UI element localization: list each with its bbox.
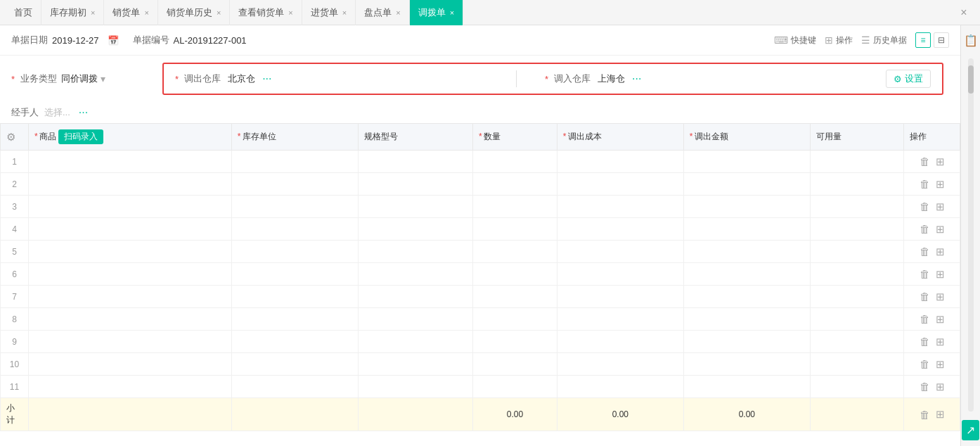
tab-sales-order[interactable]: 销货单 × — [104, 0, 157, 25]
layout-icon-grid[interactable]: ⊟ — [934, 32, 949, 48]
scrollbar-track[interactable] — [968, 58, 974, 412]
row-10-unit[interactable] — [231, 353, 358, 376]
row-8-qty[interactable] — [473, 308, 557, 331]
tab-close-inventory[interactable]: × — [396, 8, 400, 17]
row-9-product[interactable] — [29, 331, 232, 353]
row-1-unit[interactable] — [231, 151, 358, 173]
row-3-product[interactable] — [29, 196, 232, 218]
row-1-available[interactable] — [810, 151, 903, 173]
row-5-unit[interactable] — [231, 241, 358, 263]
row-4-qty[interactable] — [473, 218, 557, 241]
row-2-cost[interactable] — [557, 173, 683, 196]
tab-inventory-init[interactable]: 库存期初 × — [41, 0, 104, 25]
row-8-spec[interactable] — [358, 308, 472, 331]
row-4-amount[interactable] — [683, 218, 810, 241]
row-7-available[interactable] — [810, 286, 903, 308]
layout-icon-list[interactable]: ≡ — [915, 32, 931, 48]
copy-icon-5[interactable]: ⊞ — [936, 246, 945, 258]
row-7-amount[interactable] — [683, 286, 810, 308]
row-9-qty[interactable] — [473, 331, 557, 353]
row-3-spec[interactable] — [358, 196, 472, 218]
delete-icon-7[interactable]: 🗑 — [920, 291, 930, 302]
copy-icon-10[interactable]: ⊞ — [936, 358, 945, 371]
row-2-qty[interactable] — [473, 173, 557, 196]
row-4-available[interactable] — [810, 218, 903, 241]
shortcut-action[interactable]: ⌨ 快捷键 — [774, 34, 816, 46]
row-4-cost[interactable] — [557, 218, 683, 241]
delete-icon-6[interactable]: 🗑 — [920, 268, 930, 280]
row-10-amount[interactable] — [683, 353, 810, 376]
copy-icon-4[interactable]: ⊞ — [936, 223, 945, 236]
row-3-qty[interactable] — [473, 196, 557, 218]
row-8-unit[interactable] — [231, 308, 358, 331]
tab-close-view-sales[interactable]: × — [288, 8, 292, 17]
row-10-spec[interactable] — [358, 353, 472, 376]
row-7-spec[interactable] — [358, 286, 472, 308]
row-6-cost[interactable] — [557, 263, 683, 286]
row-3-cost[interactable] — [557, 196, 683, 218]
row-2-amount[interactable] — [683, 173, 810, 196]
row-11-product[interactable] — [29, 376, 232, 398]
tab-view-sales[interactable]: 查看销货单 × — [230, 0, 302, 25]
row-11-qty[interactable] — [473, 376, 557, 398]
row-7-product[interactable] — [29, 286, 232, 308]
window-close-button[interactable]: × — [953, 2, 974, 23]
dropdown-arrow-icon[interactable]: ▾ — [101, 73, 105, 84]
delete-icon-4[interactable]: 🗑 — [920, 223, 930, 235]
row-9-amount[interactable] — [683, 331, 810, 353]
delete-icon-1[interactable]: 🗑 — [920, 155, 930, 167]
row-2-spec[interactable] — [358, 173, 472, 196]
row-7-unit[interactable] — [231, 286, 358, 308]
row-11-amount[interactable] — [683, 376, 810, 398]
row-9-available[interactable] — [810, 331, 903, 353]
row-1-cost[interactable] — [557, 151, 683, 173]
warehouse-out-more-icon[interactable]: ··· — [262, 72, 271, 85]
tab-close-sales-history[interactable]: × — [217, 8, 221, 17]
sidebar-expand-icon[interactable]: ↗ — [962, 420, 979, 440]
delete-icon-8[interactable]: 🗑 — [920, 313, 930, 325]
delete-icon-3[interactable]: 🗑 — [920, 200, 930, 212]
row-7-qty[interactable] — [473, 286, 557, 308]
row-9-cost[interactable] — [557, 331, 683, 353]
tab-transfer[interactable]: 调拨单 × — [410, 0, 463, 25]
row-3-available[interactable] — [810, 196, 903, 218]
row-4-product[interactable] — [29, 218, 232, 241]
row-2-product[interactable] — [29, 173, 232, 196]
business-type-select[interactable]: 同价调拨 ▾ — [61, 72, 146, 85]
row-4-spec[interactable] — [358, 218, 472, 241]
delete-icon-9[interactable]: 🗑 — [920, 336, 930, 348]
row-5-qty[interactable] — [473, 241, 557, 263]
tab-inventory[interactable]: 盘点单 × — [356, 0, 409, 25]
row-6-amount[interactable] — [683, 263, 810, 286]
row-9-unit[interactable] — [231, 331, 358, 353]
delete-icon-subtotal[interactable]: 🗑 — [920, 409, 930, 421]
row-11-spec[interactable] — [358, 376, 472, 398]
row-8-available[interactable] — [810, 308, 903, 331]
row-5-product[interactable] — [29, 241, 232, 263]
row-8-product[interactable] — [29, 308, 232, 331]
tab-close-transfer[interactable]: × — [450, 8, 454, 17]
copy-icon-2[interactable]: ⊞ — [936, 178, 945, 191]
copy-icon-3[interactable]: ⊞ — [936, 200, 945, 213]
row-8-cost[interactable] — [557, 308, 683, 331]
row-2-unit[interactable] — [231, 173, 358, 196]
row-4-unit[interactable] — [231, 218, 358, 241]
tab-close-sales-order[interactable]: × — [144, 8, 148, 17]
warehouse-in-more-icon[interactable]: ··· — [632, 72, 641, 85]
tab-sales-history[interactable]: 销货单历史 × — [158, 0, 230, 25]
date-value[interactable]: 2019-12-27 — [52, 35, 99, 46]
row-7-cost[interactable] — [557, 286, 683, 308]
row-2-available[interactable] — [810, 173, 903, 196]
delete-icon-2[interactable]: 🗑 — [920, 178, 930, 190]
row-6-unit[interactable] — [231, 263, 358, 286]
operation-action[interactable]: ⊞ 操作 — [825, 34, 853, 46]
warehouse-in-value[interactable]: 上海仓 — [598, 72, 625, 85]
copy-icon-6[interactable]: ⊞ — [936, 268, 945, 281]
settings-button[interactable]: ⚙ 设置 — [886, 70, 931, 88]
copy-icon-9[interactable]: ⊞ — [936, 336, 945, 348]
tab-close-purchase[interactable]: × — [342, 8, 347, 17]
row-1-product[interactable] — [29, 151, 232, 173]
copy-icon-1[interactable]: ⊞ — [936, 155, 945, 168]
row-5-cost[interactable] — [557, 241, 683, 263]
tab-homepage[interactable]: 首页 — [6, 0, 41, 25]
